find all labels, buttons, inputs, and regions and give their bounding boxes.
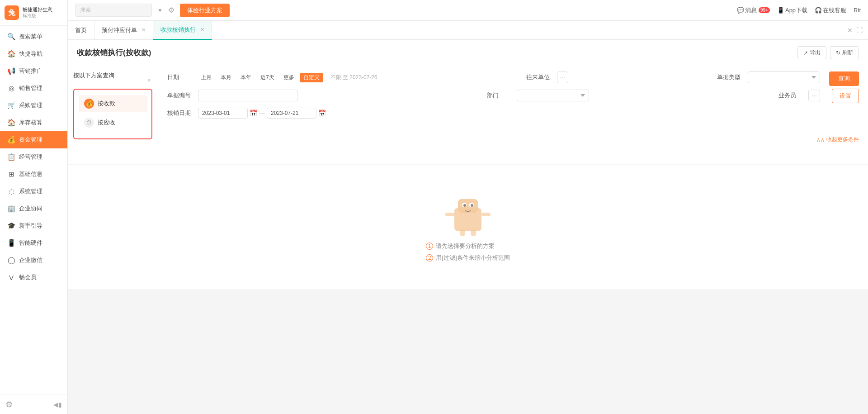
verify-date-start-input[interactable] <box>198 108 248 119</box>
marketing-icon: 📢 <box>7 67 15 75</box>
sidebar-item-hardware[interactable]: 📱 智能硬件 <box>0 234 67 252</box>
collapse-sidebar-icon[interactable]: ◀▮ <box>53 401 62 408</box>
user-name[interactable]: Rit <box>854 7 861 14</box>
sidebar-item-basic-info[interactable]: ⊞ 基础信息 <box>0 166 67 183</box>
doc-type-select[interactable] <box>748 71 820 83</box>
setting-button[interactable]: 设置 <box>832 89 859 103</box>
query-panel: 按以下方案查询 » 💰 按收款 ⏱ 按应收 <box>68 64 158 164</box>
doc-no-input[interactable] <box>198 90 297 101</box>
sidebar-item-label: 营销推广 <box>19 67 42 75</box>
tab-prepay-close-icon[interactable]: ✕ <box>142 27 146 33</box>
industry-solution-button[interactable]: 体验行业方案 <box>180 4 230 17</box>
date-btn-custom[interactable]: 自定义 <box>300 73 323 82</box>
staff-more-icon[interactable]: ··· <box>808 90 820 101</box>
query-option-receipt-label: 按收款 <box>98 100 115 108</box>
tab-home[interactable]: 首页 <box>68 21 94 40</box>
tab-actions: ✕ ⛶ <box>847 27 868 34</box>
topbar-left: 搜索 ▼ ⚙ 体验行业方案 <box>75 4 230 17</box>
sidebar-item-weixin[interactable]: ◯ 企业微信 <box>0 252 67 269</box>
main-area: 搜索 ▼ ⚙ 体验行业方案 💬 消息 99+ 📱 App下载 🎧 在线客服 Ri… <box>68 0 868 414</box>
topbar: 搜索 ▼ ⚙ 体验行业方案 💬 消息 99+ 📱 App下载 🎧 在线客服 Ri… <box>68 0 868 21</box>
sidebar-item-inventory[interactable]: 🏠 库存核算 <box>0 114 67 131</box>
sidebar-item-quick-nav[interactable]: 🏠 快捷导航 <box>0 45 67 62</box>
svg-rect-7 <box>481 213 491 216</box>
filter-row-1: 日期 上月 本月 本年 近7天 更多 自定义 不限 至 2023-07-26 <box>167 71 820 83</box>
verify-date-start-calendar-icon[interactable]: 📅 <box>250 109 257 117</box>
verify-date-end-input[interactable] <box>267 108 316 119</box>
dept-label: 部门 <box>487 91 509 100</box>
date-shortcuts: 上月 本月 本年 近7天 更多 自定义 <box>197 73 323 82</box>
app-logo: 兔 畅捷通好生意 标准版 <box>0 0 67 26</box>
expand-icon[interactable]: ⛶ <box>856 27 863 34</box>
query-option-by-receipt[interactable]: 💰 按收款 <box>79 95 147 112</box>
tabbar: 首页 预付冲应付单 ✕ 收款核销执行 ✕ ✕ ⛶ <box>68 21 868 40</box>
receivable-option-icon: ⏱ <box>84 118 94 128</box>
query-panel-collapse-icon[interactable]: » <box>146 75 152 85</box>
dropdown-arrow-icon[interactable]: ▼ <box>157 7 163 14</box>
export-label: 导出 <box>810 49 821 57</box>
empty-svg-icon <box>441 192 495 238</box>
query-option-by-receivable[interactable]: ⏱ 按应收 <box>79 114 147 131</box>
tab-receipt-verify[interactable]: 收款核销执行 ✕ <box>153 21 212 40</box>
query-options-border: 💰 按收款 ⏱ 按应收 <box>73 89 152 139</box>
dept-select[interactable] <box>517 90 589 101</box>
finance-icon: 💰 <box>7 136 15 144</box>
message-badge: 99+ <box>759 7 770 13</box>
tab-prepay[interactable]: 预付冲应付单 ✕ <box>94 21 153 40</box>
page-header-actions: ↗ 导出 ↻ 刷新 <box>797 46 859 59</box>
basic-info-icon: ⊞ <box>7 170 15 178</box>
tab-prepay-label: 预付冲应付单 <box>102 26 137 34</box>
sidebar-item-enterprise[interactable]: 🏢 企业协同 <box>0 200 67 217</box>
sidebar-item-label: 搜索菜单 <box>19 33 42 41</box>
sidebar-item-guide[interactable]: 🎓 新手引导 <box>0 217 67 234</box>
filter-row-2: 单据编号 部门 业务员 ··· <box>167 90 820 101</box>
search-icon: 🔍 <box>7 33 15 41</box>
query-button[interactable]: 查询 <box>829 71 859 86</box>
date-btn-7days[interactable]: 近7天 <box>257 73 278 82</box>
sidebar-item-sales[interactable]: ◎ 销售管理 <box>0 80 67 97</box>
sidebar-item-label: 快捷导航 <box>19 50 42 58</box>
sidebar-item-label: 采购管理 <box>19 101 42 109</box>
sidebar-item-label: 畅会员 <box>19 273 37 281</box>
date-label: 日期 <box>167 73 190 81</box>
gear-settings-icon[interactable]: ⚙ <box>168 6 175 14</box>
empty-illustration <box>441 192 495 238</box>
enterprise-icon: 🏢 <box>7 205 15 213</box>
sidebar-item-finance[interactable]: 💰 资金管理 <box>0 131 67 148</box>
sidebar-item-search[interactable]: 🔍 搜索菜单 <box>0 28 67 45</box>
date-btn-this-year[interactable]: 本年 <box>237 73 255 82</box>
staff-label: 业务员 <box>778 91 801 100</box>
partner-more-icon[interactable]: ··· <box>557 71 569 83</box>
date-separator: — <box>259 110 265 117</box>
sidebar-item-purchase[interactable]: 🛒 采购管理 <box>0 97 67 114</box>
verify-date-end-calendar-icon[interactable]: 📅 <box>318 109 326 117</box>
app-download-item[interactable]: 📱 App下载 <box>777 6 807 14</box>
weixin-icon: ◯ <box>7 256 15 264</box>
refresh-icon: ↻ <box>836 50 840 56</box>
sidebar-item-operations[interactable]: 📋 经营管理 <box>0 148 67 166</box>
date-btn-last-month[interactable]: 上月 <box>197 73 215 82</box>
doc-no-label: 单据编号 <box>167 91 191 100</box>
sidebar-item-label: 经营管理 <box>19 153 42 161</box>
online-service-label: 在线客服 <box>823 6 846 14</box>
logo-name: 畅捷通好生意 <box>23 6 52 13</box>
receipt-option-icon: 💰 <box>84 99 94 109</box>
search-placeholder: 搜索 <box>80 7 91 13</box>
close-all-icon[interactable]: ✕ <box>847 27 853 34</box>
sidebar-item-member[interactable]: V 畅会员 <box>0 269 67 286</box>
tab-receipt-verify-close-icon[interactable]: ✕ <box>200 27 204 33</box>
settings-icon[interactable]: ⚙ <box>5 400 13 409</box>
collapse-more-conditions[interactable]: ∧∧ 收起更多条件 <box>158 132 868 147</box>
sidebar-item-marketing[interactable]: 📢 营销推广 <box>0 62 67 80</box>
message-item[interactable]: 💬 消息 99+ <box>737 6 770 14</box>
export-button[interactable]: ↗ 导出 <box>797 46 826 59</box>
operations-icon: 📋 <box>7 153 15 161</box>
sidebar-item-label: 资金管理 <box>19 136 42 144</box>
date-btn-this-month[interactable]: 本月 <box>217 73 235 82</box>
svg-rect-9 <box>471 229 476 236</box>
date-btn-more[interactable]: 更多 <box>280 73 298 82</box>
online-service-item[interactable]: 🎧 在线客服 <box>815 6 846 14</box>
topbar-right: 💬 消息 99+ 📱 App下载 🎧 在线客服 Rit <box>737 6 861 14</box>
sidebar-item-system[interactable]: ◌ 系统管理 <box>0 183 67 200</box>
refresh-button[interactable]: ↻ 刷新 <box>830 46 859 59</box>
